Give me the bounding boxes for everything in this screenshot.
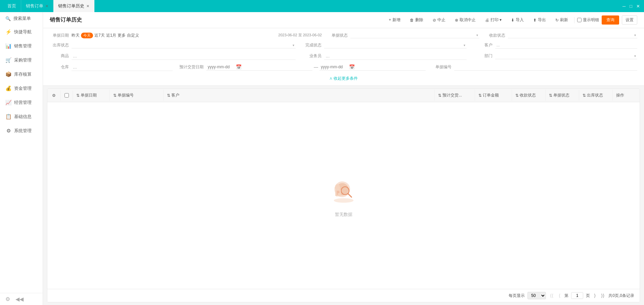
date-option-7days[interactable]: 近7天 [94,33,105,38]
th-date[interactable]: ⇅ 单据日期 [73,90,110,101]
content-area: 销售订单历史 + 新增 🗑 删除 ⊘ 中止 ⊗ 取消中止 🖨 [43,12,644,305]
th-date-arrows: ⇅ [76,93,80,98]
toolbar-divider [574,17,574,23]
cancel-stop-button[interactable]: ⊗ 取消中止 [452,16,479,24]
filter-row-1: 单据日期 昨天 今天 近7天 近1月 更多 自定义 2023-06-02 至 2… [50,32,637,38]
sidebar-item-operations[interactable]: 📈 经营管理 [0,96,43,110]
sidebar-item-inventory-label: 库存核算 [14,71,32,77]
th-settings[interactable]: ⚙ [47,90,61,101]
collapse-bar[interactable]: ∧ 收起更多条件 [50,74,637,81]
filter-dept-select[interactable]: ▾ [495,53,637,59]
th-delivery[interactable]: ⇅ 预计交货... [435,90,475,101]
filter-doc-num-input[interactable] [454,64,637,71]
date-range-end: 2023-06-02 [303,33,322,37]
filter-warehouse-select[interactable]: ... [72,63,173,71]
new-button[interactable]: + 新增 [385,16,403,24]
filter-customer-select[interactable]: ... [495,42,637,49]
display-detail-checkbox[interactable] [577,18,582,22]
delete-button[interactable]: 🗑 删除 [406,16,427,24]
filter-out-status-select[interactable]: ▾ [72,42,296,48]
sidebar-settings-icon[interactable]: ⚙ [5,296,10,302]
delivery-date-start-input[interactable] [208,65,234,69]
refresh-label: 刷新 [560,17,568,23]
sidebar-item-purchase-mgmt[interactable]: 🛒 采购管理 [0,53,43,67]
date-option-1month[interactable]: 近1月 [106,33,117,38]
first-page-button[interactable]: ⟨⟨ [549,292,555,299]
th-amount-arrows: ⇅ [478,93,482,98]
filter-goods-select[interactable]: ... [72,52,296,60]
export-button[interactable]: ⬆ 导出 [530,16,549,24]
date-option-yesterday[interactable]: 昨天 [72,33,80,38]
delivery-date-start-cal-icon[interactable]: 📅 [236,64,242,70]
tab-sales-order-history[interactable]: 销售订单历史 ✕ [53,0,94,12]
refresh-button[interactable]: ↻ 刷新 [552,16,571,24]
filter-warehouse-label: 仓库 [50,64,72,70]
th-doc-status[interactable]: ⇅ 单据状态 [546,90,579,101]
th-pay-status[interactable]: ⇅ 收款状态 [512,90,546,101]
minimize-button[interactable]: ─ [621,4,627,9]
last-page-button[interactable]: ⟩⟩ [600,292,606,299]
filter-status-arrow: ▾ [476,33,478,37]
next-page-button[interactable]: ⟩ [593,292,597,299]
close-button[interactable]: ✕ [635,4,641,9]
page-size-select[interactable]: 50 10 20 100 [527,292,546,299]
sidebar-item-finance[interactable]: 💰 资金管理 [0,81,43,96]
date-option-more[interactable]: 更多 [118,33,126,38]
th-out-status-label: 出库状态 [587,92,603,98]
th-delivery-arrows: ⇅ [438,93,441,98]
prev-page-button[interactable]: ⟨ [557,292,562,299]
sidebar-item-sales-mgmt[interactable]: 📊 销售管理 [0,39,43,53]
sidebar-item-basic-info[interactable]: 📋 基础信息 [0,110,43,124]
sidebar-bottom: ⚙ ◀◀ [0,293,43,305]
th-doc-status-label: 单据状态 [553,92,569,98]
filter-complete-select[interactable]: ▾ [324,42,466,48]
page-number-input[interactable] [571,292,583,299]
tab-home[interactable]: 首页 [3,0,21,12]
filter-section: 单据日期 昨天 今天 近7天 近1月 更多 自定义 2023-06-02 至 2… [43,28,644,86]
sidebar-volume-icon[interactable]: ◀◀ [15,296,24,302]
settings-label: 设置 [626,17,634,23]
tab-sales-order-history-close[interactable]: ✕ [86,4,89,8]
operations-icon: 📈 [5,100,11,106]
delete-label: 删除 [415,17,423,23]
stop-button[interactable]: ⊘ 中止 [429,16,449,24]
tab-sales-order-label: 销售订单 [26,3,43,9]
select-all-checkbox[interactable] [65,93,69,98]
th-out-status[interactable]: ⇅ 出库状态 [579,90,613,101]
maximize-button[interactable]: □ [628,4,634,9]
delivery-date-dash: — [314,65,318,70]
tab-sales-order-close[interactable]: ✕ [45,4,48,8]
refresh-icon: ↻ [555,18,559,23]
sidebar-item-inventory[interactable]: 📦 库存核算 [0,67,43,81]
date-option-custom[interactable]: 自定义 [127,33,139,38]
date-option-today[interactable]: 今天 [81,33,93,38]
sidebar-item-operations-label: 经营管理 [14,100,32,106]
th-check[interactable] [61,90,73,100]
filter-status-select[interactable]: ▾ [350,32,480,38]
import-button[interactable]: ⬇ 导入 [508,16,527,24]
sidebar-item-sys-mgmt[interactable]: ⚙ 系统管理 [0,124,43,138]
print-button[interactable]: 🖨 打印 ▾ [482,16,505,24]
th-customer[interactable]: ⇅ 客户 [164,90,435,101]
display-detail-checkbox-wrapper[interactable]: 显示明细 [577,17,599,23]
filter-pay-status-label: 收款状态 [486,33,508,38]
filter-delivery-date-item: 预计交货日期 📅 — 📅 [179,64,425,71]
th-doc-status-arrows: ⇅ [549,93,552,98]
settings-button[interactable]: 设置 [622,15,637,25]
delivery-date-end-cal-icon[interactable]: 📅 [349,64,355,70]
filter-pay-status-select[interactable]: ▾ [508,32,637,38]
th-num[interactable]: ⇅ 单据编号 [110,90,164,101]
th-amount[interactable]: ⇅ 订单金额 [475,90,512,101]
sidebar-item-search-menu[interactable]: 🔍 搜索菜单 [0,12,43,25]
query-label: 查询 [606,17,614,23]
filter-salesman-select[interactable]: ... [324,52,466,60]
filter-dept-label: 部门 [473,53,495,59]
filter-salesman-dots: ... [326,53,465,59]
tab-sales-order[interactable]: 销售订单 ✕ [21,0,53,12]
collapse-text: ∧ 收起更多条件 [329,76,358,81]
sidebar-item-quick-nav[interactable]: ⚡ 快捷导航 [0,25,43,39]
export-label: 导出 [538,17,546,23]
th-delivery-label: 预计交货... [442,92,462,98]
query-button[interactable]: 查询 [602,15,619,25]
delivery-date-end-input[interactable] [321,65,348,69]
